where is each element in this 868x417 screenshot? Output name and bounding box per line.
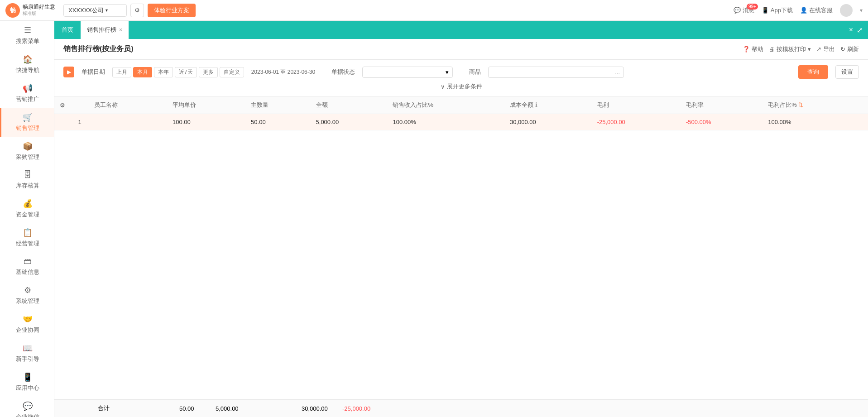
date-btn-custom[interactable]: 自定义	[220, 67, 244, 77]
footer-amount: 5,000.00	[216, 405, 239, 412]
tab-sales-ranking[interactable]: 销售排行榜 ×	[81, 21, 129, 39]
print-icon: 🖨	[769, 46, 775, 53]
col-name: 员工名称	[89, 96, 167, 114]
logo-line2: 标准版	[23, 10, 55, 17]
table-footer: 合计 50.00 5,000.00 30,000.00 -25,000.00	[54, 399, 868, 417]
date-btn-current-year[interactable]: 本年	[154, 67, 173, 77]
app-download-label: App下载	[771, 6, 793, 14]
date-btn-7days[interactable]: 近7天	[175, 67, 197, 77]
guide-icon: 📖	[23, 343, 33, 353]
sidebar-item-finance[interactable]: 💰 资金管理	[0, 194, 54, 223]
settings-icon[interactable]: ⚙	[130, 4, 144, 17]
guide-label: 新手引导	[16, 355, 39, 363]
help-icon: ❓	[743, 46, 750, 53]
footer-label: 合计	[98, 405, 110, 412]
row-profit: -25,000.00	[592, 114, 681, 130]
sales-icon: 🛒	[23, 112, 33, 122]
online-service-label: 在线客服	[809, 6, 833, 14]
table-header-row: ⚙ 员工名称 平均单价 主数量 全额 销售收入占比% 成本全额 ℹ 毛利	[54, 96, 868, 114]
collab-icon: 🤝	[23, 314, 33, 324]
goods-more-icon[interactable]: ...	[615, 69, 620, 76]
expand-conditions-button[interactable]: ∨ 展开更多条件	[441, 82, 482, 91]
system-icon: ⚙	[24, 285, 31, 295]
table-settings-button[interactable]: 设置	[835, 65, 859, 79]
main-layout: ☰ 搜索菜单 🏠 快捷导航 📢 营销推广 🛒 销售管理 📦 采购管理 🗄 库存核…	[0, 21, 868, 417]
search-order-label: 搜索菜单	[16, 37, 39, 45]
sidebar-item-quick-nav[interactable]: 🏠 快捷导航	[0, 50, 54, 79]
refresh-button[interactable]: ↻ 刷新	[840, 45, 859, 53]
finance-label: 资金管理	[16, 211, 39, 219]
online-service-item[interactable]: 👤 在线客服	[800, 6, 833, 14]
row-name	[89, 114, 167, 130]
sidebar-item-operation[interactable]: 📋 经营管理	[0, 223, 54, 252]
footer-cost: 30,000.00	[302, 405, 328, 412]
col-amount: 全额	[311, 96, 388, 114]
quick-nav-label: 快捷导航	[16, 66, 39, 74]
download-icon: 📱	[762, 7, 769, 14]
sidebar-item-collab[interactable]: 🤝 企业协同	[0, 310, 54, 339]
sidebar-item-basic[interactable]: 🗃 基础信息	[0, 252, 54, 281]
status-select-chevron: ▾	[446, 69, 449, 76]
footer-profit: -25,000.00	[342, 405, 370, 412]
sidebar-item-app-center[interactable]: 📱 应用中心	[0, 368, 54, 397]
message-item[interactable]: 💬 消息 99+	[734, 6, 754, 14]
col-profit-pct: 毛利占比% ⇅	[762, 96, 868, 114]
tab-close-icon[interactable]: ×	[119, 27, 122, 33]
footer-quantity: 50.00	[179, 405, 194, 412]
sidebar-item-guide[interactable]: 📖 新手引导	[0, 339, 54, 368]
filter-toggle-icon[interactable]: ▶	[63, 67, 74, 77]
col-quantity: 主数量	[245, 96, 310, 114]
top-bar: 畅 畅康通好生意 标准版 XXXXXX公司 ▾ ⚙ 体验行业方案 💬 消息 99…	[0, 0, 868, 21]
sidebar-item-purchase[interactable]: 📦 采购管理	[0, 137, 54, 166]
table-row: 1 100.00 50.00 5,000.00 100.00% 30,000.0…	[54, 114, 868, 130]
row-avg-price: 100.00	[167, 114, 245, 130]
row-settings	[54, 114, 71, 130]
tab-label: 销售排行榜	[87, 26, 116, 34]
print-button[interactable]: 🖨 按模板打印 ▾	[769, 45, 811, 53]
trial-button[interactable]: 体验行业方案	[148, 4, 196, 17]
column-settings-icon[interactable]: ⚙	[60, 102, 65, 109]
row-profit-pct: 100.00%	[762, 114, 868, 130]
operation-label: 经营管理	[16, 240, 39, 248]
page-title: 销售排行榜(按业务员)	[63, 44, 134, 54]
sidebar-item-wechat[interactable]: 💬 企业微信	[0, 397, 54, 417]
user-name-placeholder: ▾	[860, 7, 863, 14]
date-btn-current-month[interactable]: 本月	[133, 67, 152, 77]
col-rank	[71, 96, 89, 114]
app-download-item[interactable]: 📱 App下载	[762, 6, 793, 14]
sidebar-item-system[interactable]: ⚙ 系统管理	[0, 281, 54, 310]
app-center-icon: 📱	[23, 372, 33, 382]
tab-maximize-icon[interactable]: ⤢	[857, 26, 863, 34]
cost-info-icon[interactable]: ℹ	[535, 101, 537, 108]
operation-icon: 📋	[23, 228, 33, 238]
row-amount: 5,000.00	[311, 114, 388, 130]
tab-home[interactable]: 首页	[54, 21, 81, 39]
row-quantity: 50.00	[245, 114, 310, 130]
company-selector[interactable]: XXXXXX公司 ▾	[63, 4, 127, 17]
profit-pct-sort-icon[interactable]: ⇅	[798, 101, 803, 108]
help-button[interactable]: ❓ 帮助	[743, 45, 763, 53]
query-button[interactable]: 查询	[798, 65, 828, 79]
expand-icon: ∨	[441, 83, 445, 90]
purchase-label: 采购管理	[16, 153, 39, 161]
sidebar-item-sales[interactable]: 🛒 销售管理	[0, 108, 54, 137]
sidebar-item-marketing[interactable]: 📢 营销推广	[0, 79, 54, 108]
sidebar-item-inventory[interactable]: 🗄 库存核算	[0, 166, 54, 194]
purchase-icon: 📦	[23, 141, 33, 151]
col-cost: 成本全额 ℹ	[504, 96, 592, 114]
refresh-icon: ↻	[840, 46, 845, 53]
sidebar-item-search-order[interactable]: ☰ 搜索菜单	[0, 21, 54, 50]
avatar[interactable]	[840, 4, 853, 17]
row-rank: 1	[71, 114, 89, 130]
date-btn-prev-month[interactable]: 上月	[112, 67, 131, 77]
date-btn-more[interactable]: 更多	[199, 67, 218, 77]
expand-row: ∨ 展开更多条件	[63, 82, 859, 91]
logo-area: 畅 畅康通好生意 标准版	[5, 3, 60, 18]
export-button[interactable]: ↗ 导出	[816, 45, 835, 53]
quick-nav-icon: 🏠	[23, 54, 33, 64]
status-select[interactable]: ▾	[362, 67, 453, 78]
tab-minimize-icon[interactable]: ×	[849, 26, 853, 34]
inventory-label: 库存核算	[16, 182, 39, 190]
status-label: 单据状态	[331, 68, 355, 76]
goods-select[interactable]: ...	[488, 67, 624, 78]
